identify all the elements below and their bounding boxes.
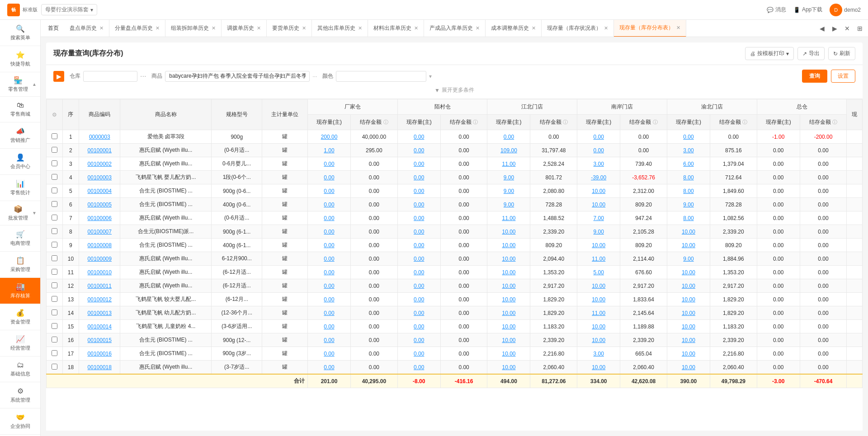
sidebar-item-search[interactable]: 🔍 搜索英单	[0, 20, 40, 46]
tab-inventory-count[interactable]: 盘点单历史 ✕	[64, 20, 109, 37]
color-input[interactable]	[336, 71, 426, 82]
sidebar-item-retail[interactable]: 🏪 零售管理 ▲	[0, 72, 40, 97]
tab-close-branch-count[interactable]: ✕	[156, 25, 160, 31]
tab-home[interactable]: 首页	[42, 20, 64, 37]
sidebar-item-ops[interactable]: 📈 经营管理	[0, 330, 40, 356]
sidebar-item-marketing[interactable]: 📣 营销推广	[0, 122, 40, 149]
filter-collapse-btn[interactable]: ▶	[53, 71, 64, 82]
warehouse-input[interactable]	[83, 71, 137, 82]
tab-branch-count[interactable]: 分量盘点单历史 ✕	[109, 20, 165, 37]
cell-checkbox[interactable]	[47, 320, 63, 333]
cell-checkbox[interactable]	[47, 347, 63, 361]
row-checkbox[interactable]	[52, 215, 57, 220]
cell-checkbox[interactable]	[47, 225, 63, 239]
tab-close-requisition[interactable]: ✕	[302, 25, 306, 31]
warehouse-dots[interactable]: ···	[140, 72, 146, 80]
tab-requisition[interactable]: 要货单历史 ✕	[267, 20, 312, 37]
message-btn[interactable]: 💬 消息	[767, 6, 786, 14]
table-container[interactable]: ⚙ 序 商品编码 商品名称 规格型号 主计量单位 厂家仓 陌村仓 江北门店 南岸…	[46, 99, 863, 431]
expand-conditions-btn[interactable]: ▼ 展开更多条件	[434, 86, 474, 94]
goods-more[interactable]: ···	[312, 73, 317, 80]
row-checkbox[interactable]	[52, 147, 57, 153]
tab-close-other-out[interactable]: ✕	[358, 25, 362, 31]
th-settings[interactable]: ⚙	[47, 99, 63, 130]
info-icon2[interactable]: ⓘ	[473, 119, 478, 125]
cell-checkbox[interactable]	[47, 171, 63, 184]
export-btn[interactable]: ↗ 导出	[797, 47, 825, 60]
cell-checkbox[interactable]	[47, 198, 63, 211]
query-btn[interactable]: 查询	[802, 70, 827, 83]
sidebar-item-inventory[interactable]: 🏭 库存核算	[0, 278, 40, 304]
row-checkbox[interactable]	[52, 364, 57, 370]
setting-btn[interactable]: 设置	[831, 70, 855, 83]
tab-close-stock-status[interactable]: ✕	[604, 25, 608, 31]
cell-checkbox[interactable]	[47, 144, 63, 157]
info-icon6[interactable]: ⓘ	[832, 119, 837, 125]
settings-icon[interactable]: ⚙	[52, 112, 57, 118]
tab-close-material-out[interactable]: ✕	[414, 25, 418, 31]
cell-checkbox[interactable]	[47, 252, 63, 266]
tab-close-group-split[interactable]: ✕	[212, 25, 216, 31]
cell-checkbox[interactable]	[47, 279, 63, 293]
cell-checkbox[interactable]	[47, 211, 63, 225]
info-icon3[interactable]: ⓘ	[563, 119, 568, 125]
tab-close-inventory-count[interactable]: ✕	[99, 25, 104, 31]
tab-other-out[interactable]: 其他出库单历史 ✕	[312, 20, 368, 37]
row-checkbox[interactable]	[52, 242, 57, 248]
tab-transfer[interactable]: 调拨单历史 ✕	[222, 20, 267, 37]
cell-checkbox[interactable]	[47, 333, 63, 347]
row-checkbox[interactable]	[52, 228, 57, 234]
row-checkbox[interactable]	[52, 201, 57, 207]
tab-close-product-in[interactable]: ✕	[476, 25, 480, 31]
tab-close-all-btn[interactable]: ✕	[841, 20, 854, 37]
cell-checkbox[interactable]	[47, 239, 63, 252]
tab-cost-adjust[interactable]: 成本调整单历史 ✕	[486, 20, 542, 37]
tab-stock-status[interactable]: 现存量（库存状况表） ✕	[542, 20, 614, 37]
sidebar-item-purchase[interactable]: 📋 采购管理	[0, 252, 40, 278]
tab-close-cost-adjust[interactable]: ✕	[532, 25, 536, 31]
sidebar-item-member[interactable]: 👤 会员中心	[0, 149, 40, 175]
user-menu[interactable]: D demo2	[830, 4, 861, 16]
sidebar-item-quicknav[interactable]: ⭐ 快捷导航	[0, 46, 40, 72]
row-checkbox[interactable]	[52, 282, 57, 288]
goods-input[interactable]	[165, 71, 310, 82]
tab-expand-btn[interactable]: ⊞	[854, 20, 866, 37]
row-checkbox[interactable]	[52, 350, 57, 356]
tab-close-stock-dist[interactable]: ✕	[676, 25, 680, 31]
sidebar-item-corp[interactable]: 🤝 企业协同	[0, 408, 40, 435]
sidebar-item-retail-shop[interactable]: 🛍 零售商城	[0, 97, 40, 122]
row-checkbox[interactable]	[52, 323, 57, 329]
row-checkbox[interactable]	[52, 255, 57, 261]
tab-material-out[interactable]: 材料出库单历史 ✕	[368, 20, 424, 37]
sidebar-item-finance[interactable]: 💰 资金管理	[0, 304, 40, 330]
info-icon4[interactable]: ⓘ	[653, 119, 658, 125]
cell-checkbox[interactable]	[47, 266, 63, 279]
store-selector[interactable]: 母婴行业演示陈套 ▾	[41, 4, 97, 15]
row-checkbox[interactable]	[52, 188, 57, 193]
row-checkbox[interactable]	[52, 174, 57, 180]
cell-checkbox[interactable]	[47, 184, 63, 198]
app-download-btn[interactable]: 📱 App下载	[793, 6, 822, 14]
row-checkbox[interactable]	[52, 160, 57, 166]
tab-product-in[interactable]: 产成品入库单历史 ✕	[424, 20, 486, 37]
cell-checkbox[interactable]	[47, 130, 63, 144]
tab-stock-dist[interactable]: 现存量（库存分布表） ✕	[614, 20, 686, 37]
row-checkbox[interactable]	[52, 309, 57, 315]
row-checkbox[interactable]	[52, 337, 57, 342]
tab-close-transfer[interactable]: ✕	[257, 25, 261, 31]
info-icon1[interactable]: ⓘ	[383, 119, 388, 125]
sidebar-item-retail-stats[interactable]: 📊 零售统计	[0, 175, 40, 201]
sidebar-item-system[interactable]: ⚙ 系统管理	[0, 382, 40, 408]
refresh-btn[interactable]: ↻ 刷新	[828, 47, 855, 60]
sidebar-item-wholesale[interactable]: 📦 批发管理 ▼	[0, 201, 40, 225]
info-icon5[interactable]: ⓘ	[742, 119, 747, 125]
tab-next-btn[interactable]: ▶	[828, 20, 841, 37]
cell-checkbox[interactable]	[47, 361, 63, 375]
cell-checkbox[interactable]	[47, 293, 63, 306]
sidebar-item-base[interactable]: 🗂 基础信息	[0, 356, 40, 382]
row-checkbox[interactable]	[52, 133, 57, 139]
tab-prev-btn[interactable]: ◀	[816, 20, 828, 37]
print-btn[interactable]: 🖨 按模板打印 ▾	[745, 47, 794, 60]
cell-checkbox[interactable]	[47, 157, 63, 171]
row-checkbox[interactable]	[52, 296, 57, 302]
